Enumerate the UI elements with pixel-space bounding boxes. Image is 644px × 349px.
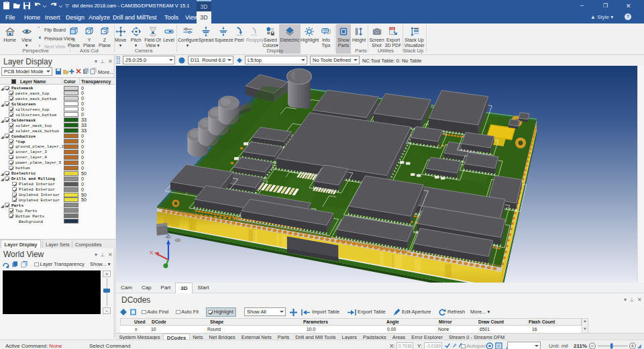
svg-text:X: X [150,250,154,256]
svg-text:More... ▾: More... ▾ [98,69,114,75]
svg-text:PDF: PDF [390,28,394,30]
svg-text:Z: Z [166,233,170,239]
